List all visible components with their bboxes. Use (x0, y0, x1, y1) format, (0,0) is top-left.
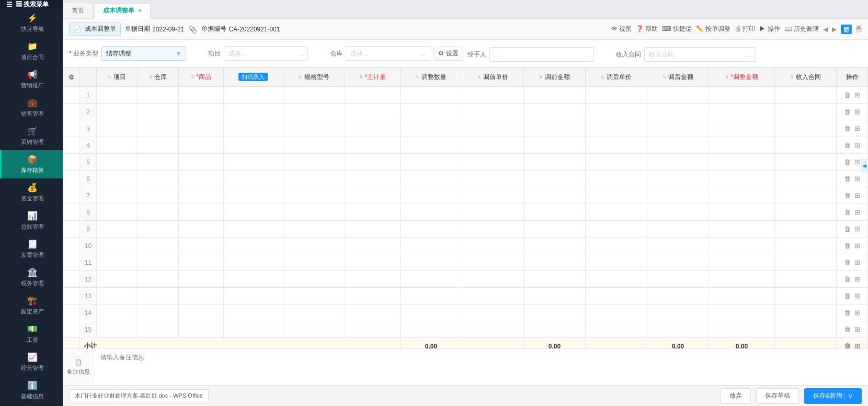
row-action-cell[interactable]: 🗑 ⊞ (837, 137, 868, 154)
copy-row-icon[interactable]: ⊞ (854, 309, 860, 317)
sidebar-item-sales-promo[interactable]: 📢 营销推广 (0, 65, 63, 94)
row-adj-amount-cell[interactable] (709, 271, 775, 288)
sidebar-item-quick-nav[interactable]: ⚡ 快速导航 (0, 9, 63, 37)
row-unit-cell[interactable] (345, 171, 400, 187)
row-after-amount-cell[interactable] (647, 187, 709, 204)
table-container[interactable]: ⚙ ⇅ 项目 ⇅ 仓库 ⇅ *商品 扫码录入 ⇅ 规格型号 ⇅ *主计量 ⇅ 调… (63, 67, 868, 348)
row-adj-amount-cell[interactable] (709, 154, 775, 171)
row-warehouse-cell[interactable] (138, 304, 178, 321)
row-warehouse-cell[interactable] (138, 254, 178, 271)
row-before-price-cell[interactable] (462, 104, 523, 120)
row-before-amount-cell[interactable] (523, 137, 585, 154)
row-project-cell[interactable] (97, 187, 138, 204)
row-action-cell[interactable]: 🗑 ⊞ (837, 221, 868, 238)
row-warehouse-cell[interactable] (138, 288, 178, 304)
sidebar-item-inventory[interactable]: 📦 库存核算 (0, 150, 63, 178)
row-before-amount-cell[interactable] (523, 104, 585, 120)
biz-type-input[interactable]: 结存调整 ▼ (101, 46, 186, 61)
row-scan-cell[interactable] (223, 288, 283, 304)
row-scan-cell[interactable] (223, 304, 283, 321)
row-after-price-cell[interactable] (586, 321, 647, 338)
row-after-price-cell[interactable] (586, 120, 647, 137)
save-new-btn[interactable]: 保存&新增 ∨ (804, 388, 862, 404)
row-after-amount-cell[interactable] (647, 154, 709, 171)
row-before-price-cell[interactable] (462, 187, 523, 204)
row-warehouse-cell[interactable] (138, 120, 178, 137)
row-warehouse-cell[interactable] (138, 137, 178, 154)
row-spec-cell[interactable] (283, 288, 345, 304)
row-before-price-cell[interactable] (462, 271, 523, 288)
row-after-price-cell[interactable] (586, 171, 647, 187)
warehouse-input[interactable]: 选择... … (346, 46, 430, 61)
row-adj-amount-cell[interactable] (709, 104, 775, 120)
delete-row-icon[interactable]: 🗑 (844, 325, 851, 333)
row-unit-cell[interactable] (345, 271, 400, 288)
row-goods-cell[interactable] (178, 137, 223, 154)
row-goods-cell[interactable] (178, 171, 223, 187)
copy-row-icon[interactable]: ⊞ (854, 225, 860, 233)
row-income-contract-cell[interactable] (774, 154, 836, 171)
row-spec-cell[interactable] (283, 154, 345, 171)
row-goods-cell[interactable] (178, 304, 223, 321)
row-adj-amount-cell[interactable] (709, 87, 775, 104)
row-before-amount-cell[interactable] (523, 271, 585, 288)
row-after-amount-cell[interactable] (647, 104, 709, 120)
row-action-cell[interactable]: 🗑 ⊞ (837, 271, 868, 288)
row-goods-cell[interactable] (178, 87, 223, 104)
row-before-amount-cell[interactable] (523, 204, 585, 221)
sidebar-item-operations[interactable]: 📈 经营管理 (0, 348, 63, 376)
operation-btn[interactable]: ▶ 操作 (759, 25, 780, 33)
row-action-cell[interactable]: 🗑 ⊞ (837, 254, 868, 271)
history-btn[interactable]: 📖 历史账簿 (784, 25, 819, 33)
help-btn[interactable]: ❓ 帮助 (636, 25, 658, 33)
row-after-amount-cell[interactable] (647, 204, 709, 221)
sidebar-item-tax[interactable]: 🏦 税务管理 (0, 263, 63, 291)
row-project-cell[interactable] (97, 104, 138, 120)
sidebar-item-invoice[interactable]: 🧾 发票管理 (0, 235, 63, 263)
row-after-price-cell[interactable] (586, 304, 647, 321)
row-income-contract-cell[interactable] (774, 204, 836, 221)
row-unit-cell[interactable] (345, 104, 400, 120)
nav-next-btn[interactable]: ▶ (832, 26, 837, 33)
row-project-cell[interactable] (97, 154, 138, 171)
row-warehouse-cell[interactable] (138, 204, 178, 221)
delete-row-icon[interactable]: 🗑 (844, 208, 851, 216)
row-unit-cell[interactable] (345, 154, 400, 171)
row-spec-cell[interactable] (283, 171, 345, 187)
row-adj-amount-cell[interactable] (709, 288, 775, 304)
row-action-cell[interactable]: 🗑 ⊞ (837, 120, 868, 137)
sidebar-item-project-contract[interactable]: 📁 项目合同 (0, 37, 63, 65)
row-after-amount-cell[interactable] (647, 254, 709, 271)
row-action-cell[interactable]: 🗑 ⊞ (837, 187, 868, 204)
delete-row-icon[interactable]: 🗑 (844, 258, 851, 266)
row-goods-cell[interactable] (178, 204, 223, 221)
row-income-contract-cell[interactable] (774, 271, 836, 288)
income-contract-input[interactable]: 收入合同 … (644, 47, 756, 62)
row-adj-qty-cell[interactable] (400, 154, 462, 171)
sidebar-item-payroll[interactable]: 💵 工资 (0, 320, 63, 348)
row-action-cell[interactable]: 🗑 ⊞ (837, 321, 868, 338)
delete-row-icon[interactable]: 🗑 (844, 108, 851, 116)
row-warehouse-cell[interactable] (138, 154, 178, 171)
row-adj-amount-cell[interactable] (709, 137, 775, 154)
row-project-cell[interactable] (97, 171, 138, 187)
row-adj-qty-cell[interactable] (400, 288, 462, 304)
copy-row-icon[interactable]: ⊞ (854, 125, 860, 132)
row-after-price-cell[interactable] (586, 254, 647, 271)
row-adj-qty-cell[interactable] (400, 137, 462, 154)
copy-row-icon[interactable]: ⊞ (854, 275, 860, 283)
row-unit-cell[interactable] (345, 120, 400, 137)
row-unit-cell[interactable] (345, 254, 400, 271)
row-adj-qty-cell[interactable] (400, 238, 462, 254)
row-scan-cell[interactable] (223, 154, 283, 171)
delete-row-icon[interactable]: 🗑 (844, 91, 851, 99)
note-input[interactable] (94, 349, 868, 385)
row-warehouse-cell[interactable] (138, 271, 178, 288)
row-scan-cell[interactable] (223, 104, 283, 120)
print-btn[interactable]: 🖨 打印 (735, 25, 755, 33)
row-spec-cell[interactable] (283, 221, 345, 238)
row-warehouse-cell[interactable] (138, 87, 178, 104)
row-goods-cell[interactable] (178, 104, 223, 120)
copy-row-icon[interactable]: ⊞ (854, 208, 860, 216)
delete-row-icon[interactable]: 🗑 (844, 292, 851, 300)
